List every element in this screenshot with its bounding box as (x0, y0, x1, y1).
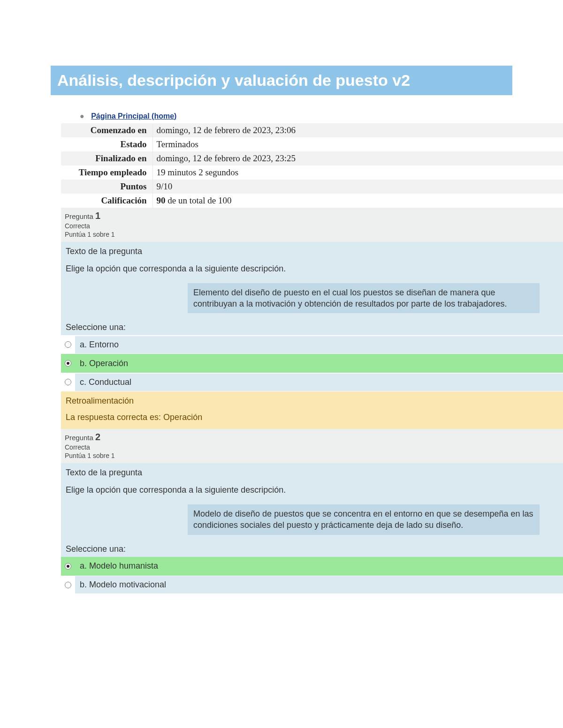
option-row[interactable]: b. Operación (61, 354, 563, 373)
summary-row: Tiempo empleado19 minutos 2 segundos (61, 165, 563, 180)
summary-row: Finalizado endomingo, 12 de febrero de 2… (61, 151, 563, 165)
summary-value: 19 minutos 2 segundos (152, 165, 563, 180)
question-score: Puntúa 1 sobre 1 (65, 231, 559, 238)
feedback-title: Retroalimentación (61, 391, 563, 411)
option-label[interactable]: b. Modelo motivacional (75, 576, 563, 593)
feedback-body: La respuesta correcta es: Operación (61, 411, 563, 429)
page-title: Análisis, descripción y valuación de pue… (51, 66, 512, 95)
breadcrumb: ● Página Principal (home) (80, 112, 563, 120)
option-label[interactable]: b. Operación (75, 355, 563, 372)
question-block: Pregunta 1CorrectaPuntúa 1 sobre 1Texto … (61, 208, 563, 429)
question-prompt: Elige la opción que corresponda a la sig… (61, 261, 563, 280)
grade-rest: de un total de 100 (166, 195, 232, 205)
summary-grade-value: 90 de un total de 100 (152, 194, 563, 208)
summary-row: Puntos9/10 (61, 180, 563, 194)
option-row[interactable]: a. Modelo humanista (61, 557, 563, 576)
breadcrumb-home-link[interactable]: Página Principal (home) (91, 112, 176, 120)
option-text: Conductual (89, 377, 131, 387)
summary-value: domingo, 12 de febrero de 2023, 23:06 (152, 123, 563, 137)
option-row[interactable]: b. Modelo motivacional (61, 576, 563, 594)
question-block: Pregunta 2CorrectaPuntúa 1 sobre 1Texto … (61, 429, 563, 594)
feedback-prefix: La respuesta correcta es: (66, 413, 163, 422)
summary-value: 9/10 (152, 180, 563, 194)
question-description: Elemento del diseño de puesto en el cual… (188, 283, 540, 314)
question-section-title: Texto de la pregunta (61, 463, 563, 482)
summary-row-grade: Calificación90 de un total de 100 (61, 194, 563, 208)
summary-label: Tiempo empleado (61, 165, 152, 180)
option-letter: a. (80, 340, 89, 349)
select-one-label: Seleccione una: (61, 319, 563, 335)
question-description-wrap: Modelo de diseño de puestos que se conce… (61, 502, 563, 540)
summary-label: Puntos (61, 180, 152, 194)
radio-icon[interactable] (65, 341, 71, 348)
select-one-label: Seleccione una: (61, 540, 563, 557)
radio-icon[interactable] (65, 563, 71, 570)
option-letter: c. (80, 377, 89, 387)
summary-value: Terminados (152, 137, 563, 151)
question-state: Correcta (65, 443, 559, 451)
radio-cell[interactable] (61, 576, 75, 594)
option-label[interactable]: a. Modelo humanista (75, 557, 563, 575)
question-header: Pregunta 1CorrectaPuntúa 1 sobre 1 (61, 208, 563, 242)
option-text: Modelo motivacional (89, 580, 166, 589)
option-label[interactable]: c. Conductual (75, 374, 563, 391)
summary-label: Comenzado en (61, 123, 152, 137)
radio-cell[interactable] (61, 557, 75, 576)
radio-cell[interactable] (61, 373, 75, 391)
question-state: Correcta (65, 222, 559, 230)
grade-number: 90 (157, 195, 166, 205)
radio-icon[interactable] (65, 360, 71, 367)
option-letter: a. (80, 561, 89, 570)
summary-row: EstadoTerminados (61, 137, 563, 151)
bullet-icon: ● (80, 112, 84, 120)
question-number: 1 (95, 210, 100, 221)
question-description-wrap: Elemento del diseño de puesto en el cual… (61, 280, 563, 319)
summary-label: Finalizado en (61, 151, 152, 165)
option-text: Entorno (89, 340, 119, 349)
summary-label: Calificación (61, 194, 152, 208)
radio-cell[interactable] (61, 354, 75, 373)
radio-icon[interactable] (65, 582, 71, 588)
question-prompt: Elige la opción que corresponda a la sig… (61, 482, 563, 502)
option-text: Operación (89, 359, 128, 368)
summary-row: Comenzado endomingo, 12 de febrero de 20… (61, 123, 563, 137)
summary-table: Comenzado endomingo, 12 de febrero de 20… (61, 123, 563, 208)
option-text: Modelo humanista (89, 561, 158, 570)
option-row[interactable]: c. Conductual (61, 373, 563, 391)
feedback-answer: Operación (163, 413, 202, 422)
summary-label: Estado (61, 137, 152, 151)
option-letter: b. (80, 359, 89, 368)
option-label[interactable]: a. Entorno (75, 336, 563, 353)
radio-icon[interactable] (65, 379, 71, 385)
option-letter: b. (80, 580, 89, 589)
summary-value: domingo, 12 de febrero de 2023, 23:25 (152, 151, 563, 165)
question-header: Pregunta 2CorrectaPuntúa 1 sobre 1 (61, 429, 563, 463)
radio-cell[interactable] (61, 335, 75, 354)
question-section-title: Texto de la pregunta (61, 242, 563, 261)
question-score: Puntúa 1 sobre 1 (65, 452, 559, 459)
question-label: Pregunta (65, 434, 95, 442)
question-label: Pregunta (65, 212, 95, 220)
question-description: Modelo de diseño de puestos que se conce… (188, 504, 540, 535)
option-row[interactable]: a. Entorno (61, 335, 563, 354)
question-number: 2 (95, 432, 100, 442)
